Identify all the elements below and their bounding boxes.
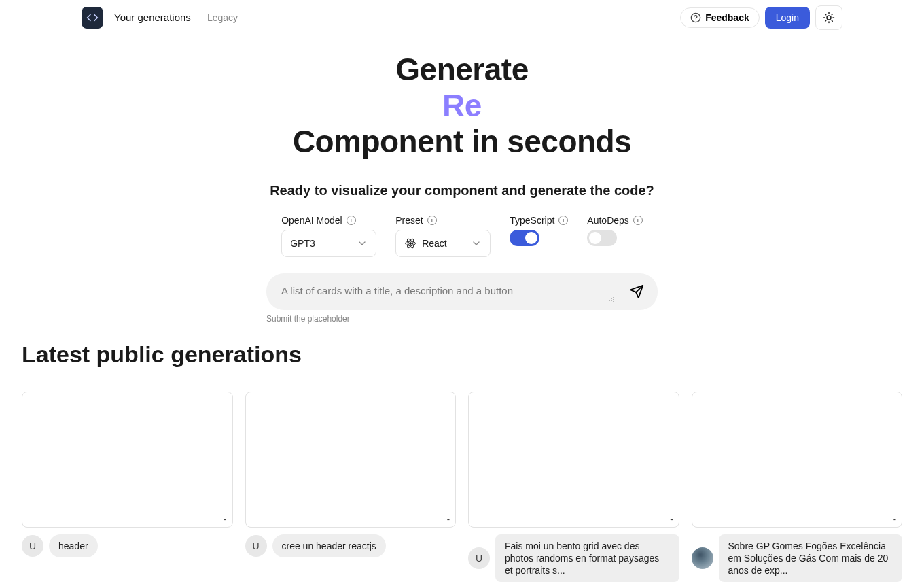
hero: Generate Re Component in seconds Ready t…	[0, 35, 924, 324]
svg-point-2	[827, 16, 831, 20]
generation-card[interactable]: - U Fais moi un bento grid avec des phot…	[468, 392, 679, 583]
thumb-indicator: -	[893, 514, 896, 524]
model-select[interactable]: GPT3	[281, 230, 376, 257]
autodeps-control: AutoDeps i	[587, 215, 642, 257]
toggle-knob	[525, 232, 537, 244]
submit-button[interactable]	[622, 277, 651, 306]
model-control: OpenAI Model i GPT3	[281, 215, 376, 257]
send-icon	[629, 284, 644, 299]
hero-line1: Generate	[0, 52, 924, 88]
avatar[interactable]	[692, 547, 713, 569]
prompt-input-container	[266, 273, 658, 310]
svg-point-11	[410, 242, 412, 244]
model-label-row: OpenAI Model i	[281, 215, 376, 226]
feedback-label: Feedback	[705, 12, 749, 23]
card-meta: U Fais moi un bento grid avec des photos…	[468, 534, 679, 583]
header-right: Feedback Login	[680, 5, 842, 30]
generation-card[interactable]: - U header	[22, 392, 233, 583]
generation-prompt[interactable]: header	[49, 534, 98, 557]
autodeps-label: AutoDeps	[587, 215, 628, 226]
theme-toggle-button[interactable]	[815, 5, 842, 30]
generation-thumbnail[interactable]: -	[245, 392, 457, 528]
hero-subheading: Ready to visualize your component and ge…	[0, 183, 924, 199]
generations-grid: - U header - U cree un header reactjs - …	[0, 392, 924, 583]
typescript-toggle[interactable]	[510, 230, 539, 246]
preset-control: Preset i React	[395, 215, 491, 257]
generation-prompt[interactable]: Sobre GP Gomes Fogões Excelência em Solu…	[719, 534, 903, 583]
sun-icon	[823, 12, 835, 24]
thumb-indicator: -	[224, 514, 226, 524]
thumb-indicator: -	[670, 514, 673, 524]
generation-thumbnail[interactable]: -	[468, 392, 679, 528]
controls-row: OpenAI Model i GPT3 Preset i React	[0, 215, 924, 257]
avatar[interactable]: U	[22, 535, 43, 557]
typescript-label: TypeScript	[510, 215, 554, 226]
code-icon	[86, 12, 99, 24]
svg-line-10	[832, 14, 832, 14]
preset-label: Preset	[395, 215, 423, 226]
preset-select[interactable]: React	[395, 230, 491, 257]
avatar[interactable]: U	[468, 547, 490, 569]
generation-prompt[interactable]: cree un header reactjs	[272, 534, 386, 557]
header-left: Your generations Legacy	[82, 7, 243, 29]
nav-legacy[interactable]: Legacy	[202, 8, 243, 27]
generation-card[interactable]: - U cree un header reactjs	[245, 392, 457, 583]
prompt-wrap	[0, 273, 924, 310]
hero-line3: Component in seconds	[0, 124, 924, 160]
info-icon[interactable]: i	[427, 216, 437, 225]
react-icon	[404, 237, 416, 250]
model-label: OpenAI Model	[281, 215, 342, 226]
chevron-down-icon	[471, 238, 482, 249]
typescript-control: TypeScript i	[510, 215, 568, 257]
card-meta: U cree un header reactjs	[245, 534, 457, 557]
info-icon[interactable]: i	[346, 216, 356, 225]
prompt-input[interactable]	[281, 279, 601, 305]
chevron-down-icon	[357, 238, 368, 249]
avatar[interactable]: U	[245, 535, 267, 557]
feedback-button[interactable]: Feedback	[680, 7, 760, 28]
thumb-indicator: -	[447, 514, 450, 524]
section-title: Latest public generations	[0, 324, 924, 368]
card-meta: U header	[22, 534, 233, 557]
model-value: GPT3	[290, 238, 315, 249]
app-logo[interactable]	[82, 7, 103, 29]
card-meta: Sobre GP Gomes Fogões Excelência em Solu…	[692, 534, 903, 583]
preset-label-row: Preset i	[395, 215, 491, 226]
typescript-label-row: TypeScript i	[510, 215, 568, 226]
svg-line-5	[825, 14, 826, 14]
nav-your-generations[interactable]: Your generations	[109, 7, 196, 27]
generation-thumbnail[interactable]: -	[22, 392, 233, 528]
generation-card[interactable]: - Sobre GP Gomes Fogões Excelência em So…	[692, 392, 903, 583]
toggle-knob	[589, 232, 601, 244]
prompt-helper-text[interactable]: Submit the placeholder	[266, 314, 658, 324]
info-icon[interactable]: i	[633, 216, 643, 225]
hero-line2: Re	[0, 88, 924, 124]
login-button[interactable]: Login	[765, 7, 810, 29]
generation-thumbnail[interactable]: -	[692, 392, 903, 528]
resize-grip-icon	[609, 296, 614, 302]
svg-line-6	[832, 20, 832, 21]
app-header: Your generations Legacy Feedback Login	[0, 0, 924, 35]
help-icon	[690, 12, 701, 23]
section-divider	[22, 379, 163, 379]
autodeps-label-row: AutoDeps i	[587, 215, 642, 226]
autodeps-toggle[interactable]	[587, 230, 617, 246]
svg-line-9	[825, 20, 826, 21]
generation-prompt[interactable]: Fais moi un bento grid avec des photos r…	[495, 534, 679, 583]
hero-title: Generate Re Component in seconds	[0, 52, 924, 160]
preset-value: React	[422, 238, 447, 249]
info-icon[interactable]: i	[558, 216, 568, 225]
